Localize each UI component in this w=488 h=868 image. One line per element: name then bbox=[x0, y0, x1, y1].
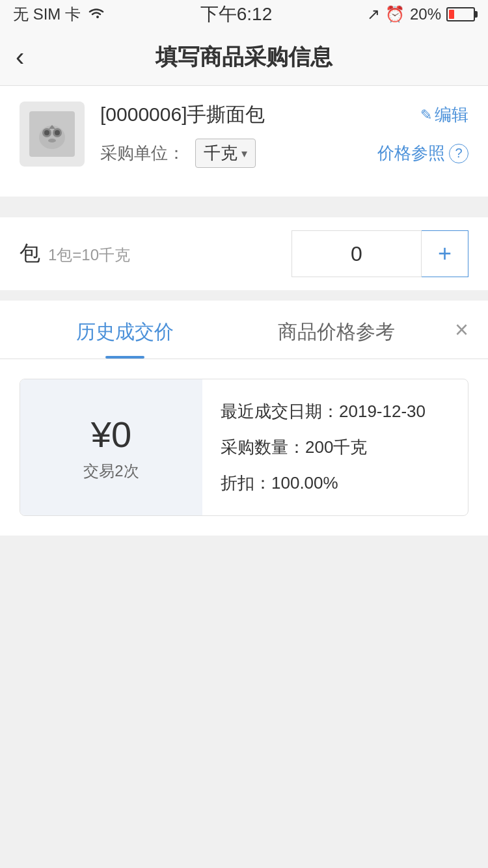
svg-point-4 bbox=[55, 130, 60, 135]
carrier-text: 无 SIM 卡 bbox=[13, 4, 81, 25]
location-icon: ↗ bbox=[367, 5, 380, 23]
section-divider bbox=[0, 207, 488, 217]
discount-label: 折扣： bbox=[221, 473, 271, 493]
discount-value: 100.00% bbox=[271, 473, 338, 493]
product-info: [0000006]手撕面包 ✎ 编辑 采购单位： 千克 ▾ bbox=[100, 102, 468, 168]
edit-button[interactable]: ✎ 编辑 bbox=[420, 103, 468, 126]
dropdown-arrow-icon: ▾ bbox=[241, 146, 247, 161]
battery-percent: 20% bbox=[410, 5, 441, 23]
plus-icon: + bbox=[438, 240, 452, 267]
purchase-qty: 采购数量：200千克 bbox=[221, 435, 450, 460]
close-icon: × bbox=[455, 316, 468, 343]
tabs-header: 历史成交价 商品价格参考 × bbox=[0, 301, 488, 359]
nav-bar: ‹ 填写商品采购信息 bbox=[0, 29, 488, 86]
price-ref-label: 价格参照 bbox=[377, 142, 445, 165]
tab-history-label: 历史成交价 bbox=[76, 321, 174, 342]
quantity-plus-button[interactable]: + bbox=[422, 230, 468, 277]
battery-icon bbox=[446, 7, 475, 21]
product-name-row: [0000006]手撕面包 ✎ 编辑 bbox=[100, 102, 468, 128]
quantity-input[interactable] bbox=[291, 230, 422, 277]
status-right: ↗ ⏰ 20% bbox=[367, 5, 475, 23]
unit-label: 采购单位： bbox=[100, 143, 185, 163]
quantity-sublabel: 1包=10千克 bbox=[48, 245, 130, 265]
quantity-section: 包 1包=10千克 + bbox=[0, 217, 488, 290]
price-value: 0 bbox=[111, 414, 131, 455]
product-name: [0000006]手撕面包 bbox=[100, 102, 265, 128]
svg-point-0 bbox=[39, 126, 65, 149]
product-thumbnail bbox=[29, 111, 75, 157]
tab-history-price[interactable]: 历史成交价 bbox=[20, 301, 230, 359]
tab-price-reference[interactable]: 商品价格参考 bbox=[230, 301, 441, 359]
quantity-input-row: + bbox=[291, 230, 468, 277]
wifi-icon bbox=[87, 5, 105, 23]
unit-label-group: 采购单位： 千克 ▾ bbox=[100, 139, 256, 168]
unit-value: 千克 bbox=[204, 142, 237, 165]
status-time: 下午6:12 bbox=[200, 2, 273, 27]
card-price: ¥0 bbox=[91, 413, 131, 455]
recent-date-value: 2019-12-30 bbox=[339, 401, 426, 421]
product-header: [0000006]手撕面包 ✎ 编辑 采购单位： 千克 ▾ bbox=[20, 102, 468, 168]
price-ref-help-icon: ? bbox=[449, 144, 468, 163]
price-card: ¥0 交易2次 最近成交日期：2019-12-30 采购数量：200千克 折扣：… bbox=[20, 379, 468, 516]
unit-dropdown[interactable]: 千克 ▾ bbox=[195, 139, 256, 168]
recent-date: 最近成交日期：2019-12-30 bbox=[221, 399, 450, 424]
svg-point-3 bbox=[44, 130, 49, 135]
tab-reference-label: 商品价格参考 bbox=[278, 321, 395, 342]
tabs-section: 历史成交价 商品价格参考 × ¥0 交易2次 最近成交日期：20 bbox=[0, 301, 488, 536]
edit-icon: ✎ bbox=[420, 107, 432, 124]
page-title: 填写商品采购信息 bbox=[156, 42, 332, 72]
purchase-qty-value: 200千克 bbox=[305, 437, 367, 457]
quantity-unit: 包 bbox=[20, 239, 40, 268]
status-left: 无 SIM 卡 bbox=[13, 4, 105, 25]
edit-label: 编辑 bbox=[435, 103, 468, 126]
transaction-count: 交易2次 bbox=[83, 461, 139, 481]
unit-row: 采购单位： 千克 ▾ 价格参照 ? bbox=[100, 139, 468, 168]
status-bar: 无 SIM 卡 下午6:12 ↗ ⏰ 20% bbox=[0, 0, 488, 29]
card-container: ¥0 交易2次 最近成交日期：2019-12-30 采购数量：200千克 折扣：… bbox=[0, 359, 488, 536]
price-ref-button[interactable]: 价格参照 ? bbox=[377, 142, 468, 165]
purchase-qty-label: 采购数量： bbox=[221, 437, 305, 457]
recent-date-label: 最近成交日期： bbox=[221, 401, 339, 421]
quantity-label: 包 1包=10千克 bbox=[20, 239, 130, 268]
discount: 折扣：100.00% bbox=[221, 470, 450, 496]
tab-close-button[interactable]: × bbox=[442, 303, 468, 357]
product-image bbox=[20, 102, 85, 167]
page: 无 SIM 卡 下午6:12 ↗ ⏰ 20% ‹ 填写商品采购信息 bbox=[0, 0, 488, 868]
svg-point-5 bbox=[48, 139, 56, 142]
back-button[interactable]: ‹ bbox=[16, 42, 24, 72]
currency-symbol: ¥ bbox=[91, 414, 111, 455]
card-left: ¥0 交易2次 bbox=[20, 379, 202, 515]
product-section: [0000006]手撕面包 ✎ 编辑 采购单位： 千克 ▾ bbox=[0, 86, 488, 197]
alarm-icon: ⏰ bbox=[385, 5, 405, 23]
card-right: 最近成交日期：2019-12-30 采购数量：200千克 折扣：100.00% bbox=[202, 379, 468, 515]
